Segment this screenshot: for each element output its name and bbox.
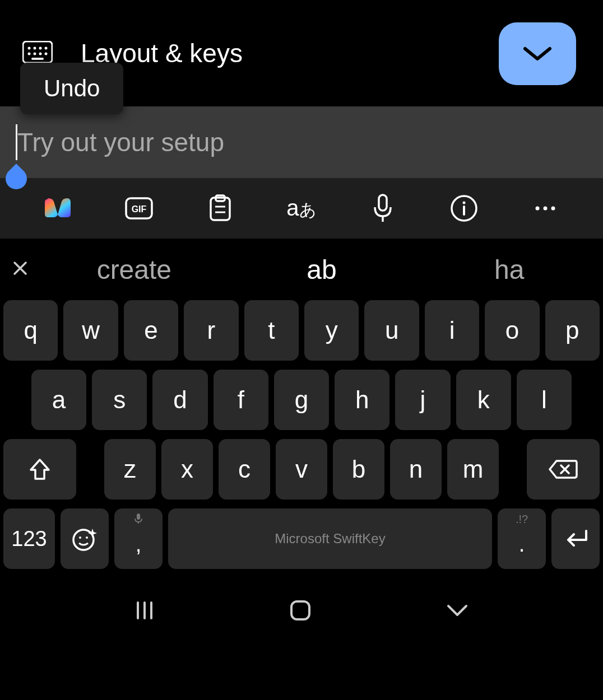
backspace-key[interactable] bbox=[527, 439, 600, 500]
period-label: . bbox=[518, 531, 525, 557]
close-suggestions-icon[interactable] bbox=[0, 258, 40, 281]
key-l[interactable]: l bbox=[517, 370, 572, 430]
comma-label: , bbox=[135, 531, 141, 557]
key-q[interactable]: q bbox=[3, 300, 58, 361]
comma-key[interactable]: , bbox=[114, 508, 163, 569]
svg-point-21 bbox=[536, 207, 540, 211]
svg-point-3 bbox=[39, 47, 42, 50]
key-f[interactable]: f bbox=[214, 370, 268, 430]
key-n[interactable]: n bbox=[390, 439, 442, 500]
backspace-icon bbox=[549, 459, 578, 480]
key-j[interactable]: j bbox=[395, 370, 450, 430]
key-z[interactable]: z bbox=[104, 439, 156, 500]
key-x[interactable]: x bbox=[161, 439, 213, 500]
shift-icon bbox=[29, 458, 51, 481]
collapse-button[interactable] bbox=[499, 22, 576, 85]
enter-key[interactable] bbox=[551, 508, 600, 569]
key-e[interactable]: e bbox=[124, 300, 178, 361]
input-placeholder: Try out your setup bbox=[17, 127, 224, 157]
recents-icon bbox=[133, 599, 156, 622]
svg-point-2 bbox=[34, 47, 36, 50]
svg-rect-32 bbox=[291, 601, 309, 619]
more-icon[interactable] bbox=[525, 188, 565, 228]
svg-point-6 bbox=[34, 53, 36, 55]
emoji-key[interactable] bbox=[61, 508, 109, 569]
svg-point-23 bbox=[551, 207, 555, 211]
emoji-sparkle-icon bbox=[71, 525, 98, 552]
key-u[interactable]: u bbox=[364, 300, 419, 361]
undo-label: Undo bbox=[44, 75, 100, 101]
key-i[interactable]: i bbox=[425, 300, 479, 361]
period-upper: .!? bbox=[516, 513, 528, 526]
svg-point-26 bbox=[86, 536, 88, 539]
svg-point-19 bbox=[463, 202, 466, 204]
suggestion-2[interactable]: ab bbox=[228, 254, 416, 285]
key-g[interactable]: g bbox=[274, 370, 329, 430]
chevron-down-icon bbox=[522, 44, 553, 63]
system-navbar bbox=[0, 578, 603, 645]
key-h[interactable]: h bbox=[335, 370, 389, 430]
svg-point-8 bbox=[45, 53, 48, 55]
mic-small-icon bbox=[134, 513, 142, 527]
key-s[interactable]: s bbox=[92, 370, 147, 430]
svg-text:GIF: GIF bbox=[131, 204, 146, 214]
svg-rect-9 bbox=[31, 58, 44, 60]
period-key[interactable]: .!? . bbox=[498, 508, 546, 569]
enter-icon bbox=[562, 529, 590, 549]
key-t[interactable]: t bbox=[244, 300, 299, 361]
suggestion-bar: create ab ha bbox=[0, 239, 603, 300]
key-p[interactable]: p bbox=[545, 300, 600, 361]
key-k[interactable]: k bbox=[456, 370, 511, 430]
key-a[interactable]: a bbox=[31, 370, 86, 430]
keyboard-icon bbox=[22, 41, 53, 66]
key-r[interactable]: r bbox=[184, 300, 238, 361]
key-v[interactable]: v bbox=[276, 439, 327, 500]
keyboard-toolbar: GIF aあ bbox=[0, 178, 603, 239]
info-icon[interactable] bbox=[444, 188, 484, 228]
key-m[interactable]: m bbox=[447, 439, 499, 500]
translate-icon[interactable]: aあ bbox=[281, 188, 322, 228]
space-key[interactable]: Microsoft SwiftKey bbox=[168, 508, 492, 569]
svg-point-5 bbox=[28, 53, 31, 55]
svg-rect-27 bbox=[137, 514, 140, 520]
svg-point-1 bbox=[28, 47, 31, 50]
mic-icon[interactable] bbox=[363, 188, 403, 228]
shift-key[interactable] bbox=[3, 439, 76, 500]
numeric-key[interactable]: 123 bbox=[3, 508, 55, 569]
suggestion-3[interactable]: ha bbox=[415, 254, 603, 285]
svg-point-4 bbox=[45, 47, 48, 50]
svg-rect-16 bbox=[379, 195, 387, 211]
key-b[interactable]: b bbox=[333, 439, 384, 500]
space-label: Microsoft SwiftKey bbox=[275, 531, 385, 547]
keyboard: q w e r t y u i o p a s d f g h j k l z … bbox=[0, 300, 603, 569]
header: Layout & keys Undo bbox=[0, 0, 603, 106]
gif-icon[interactable]: GIF bbox=[119, 188, 159, 228]
hide-keyboard-button[interactable] bbox=[445, 603, 470, 620]
svg-point-7 bbox=[39, 53, 42, 55]
home-icon bbox=[288, 598, 313, 623]
recents-button[interactable] bbox=[133, 599, 156, 624]
svg-point-25 bbox=[79, 536, 81, 539]
key-d[interactable]: d bbox=[152, 370, 207, 430]
key-c[interactable]: c bbox=[219, 439, 270, 500]
key-w[interactable]: w bbox=[63, 300, 118, 361]
clipboard-icon[interactable] bbox=[200, 188, 240, 228]
key-y[interactable]: y bbox=[304, 300, 359, 361]
svg-point-22 bbox=[544, 207, 548, 211]
test-input[interactable]: Try out your setup bbox=[0, 106, 603, 178]
undo-popup[interactable]: Undo bbox=[20, 63, 123, 114]
suggestion-1[interactable]: create bbox=[40, 254, 228, 285]
chevron-down-icon bbox=[445, 603, 470, 618]
key-o[interactable]: o bbox=[485, 300, 539, 361]
home-button[interactable] bbox=[288, 598, 313, 625]
copilot-icon[interactable] bbox=[38, 188, 78, 228]
